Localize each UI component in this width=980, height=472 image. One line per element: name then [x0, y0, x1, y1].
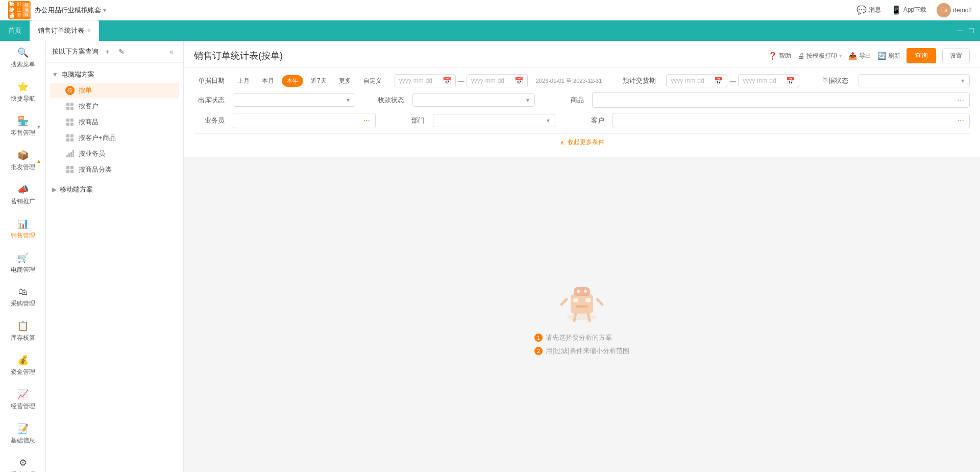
sidebar: 🔍 搜索菜单 ⭐ 快捷导航 🏪 零售管理 ▼ 📦 批发管理 ▲ 📣 营销推广 📊… — [0, 41, 46, 472]
salesperson-select[interactable]: ··· — [233, 113, 376, 128]
scheme-item-by-customer[interactable]: 按客户 — [50, 99, 179, 114]
svg-rect-15 — [72, 150, 74, 157]
tab-sales-order-stats[interactable]: 销售订单统计表 × — [30, 20, 99, 41]
expected-end-calendar-icon: 📅 — [786, 77, 795, 85]
svg-rect-14 — [70, 152, 72, 157]
user-menu[interactable]: Ea demo2 — [937, 3, 972, 17]
sidebar-item-purchase[interactable]: 🛍 采购管理 — [0, 280, 45, 314]
purchase-icon: 🛍 — [18, 287, 28, 297]
right-main: 销售订单统计表(按单) ❓ 帮助 🖨 按模板打印 ▾ 📤 导出 — [184, 41, 980, 472]
page-actions: ❓ 帮助 🖨 按模板打印 ▾ 📤 导出 🔄 刷新 — [768, 48, 970, 63]
scheme-item-by-category[interactable]: 按商品分类 — [50, 162, 179, 177]
custom-date-btn[interactable]: 自定义 — [359, 75, 386, 87]
message-button[interactable]: 💬 消息 — [856, 5, 881, 15]
customer-more-icon[interactable]: ··· — [958, 116, 964, 125]
export-button[interactable]: 📤 导出 — [848, 52, 871, 60]
wholesale-icon: 📦 — [17, 150, 29, 161]
query-button[interactable]: 查询 — [906, 48, 936, 63]
sidebar-item-quick-nav[interactable]: ⭐ 快捷导航 — [0, 75, 45, 109]
industry-dropdown[interactable]: 办公用品行业模拟账套 ▾ — [35, 6, 106, 15]
sidebar-item-system[interactable]: ⚙ 系统管理 — [0, 451, 45, 472]
salesperson-more-icon[interactable]: ··· — [363, 116, 370, 125]
system-icon: ⚙ — [19, 457, 27, 468]
sidebar-item-retail[interactable]: 🏪 零售管理 ▼ — [0, 109, 45, 144]
sidebar-item-finance[interactable]: 💰 资金管理 — [0, 348, 45, 383]
pc-scheme-group[interactable]: ▼ 电脑端方案 — [46, 67, 183, 82]
collapse-arrow-icon: ∧ — [560, 139, 565, 146]
customer-label: 客户 — [574, 116, 604, 125]
more-date-btn[interactable]: 更多 — [334, 75, 356, 87]
payment-status-label: 收款状态 — [374, 96, 404, 105]
svg-rect-11 — [70, 138, 74, 141]
expected-date-start-input[interactable]: yyyy-mm-dd 📅 — [666, 74, 727, 87]
last7days-btn[interactable]: 近7天 — [306, 75, 331, 87]
template-print-button[interactable]: 🖨 按模板打印 ▾ — [797, 52, 842, 60]
wholesale-expand-icon: ▲ — [36, 158, 41, 163]
this-year-btn[interactable]: 本年 — [282, 75, 303, 87]
scheme-customer-goods-icon — [65, 133, 75, 143]
scheme-item-by-salesperson[interactable]: 按业务员 — [50, 146, 179, 161]
date-start-input[interactable]: yyyy-mm-dd 📅 — [395, 74, 456, 87]
refresh-button[interactable]: 🔄 刷新 — [877, 52, 900, 60]
retail-icon: 🏪 — [17, 115, 29, 127]
sidebar-item-sales[interactable]: 📊 销售管理 — [0, 212, 45, 246]
last-month-btn[interactable]: 上月 — [233, 75, 254, 87]
collapse-filter-button[interactable]: ∧ 收起更多条件 — [194, 133, 970, 151]
payment-status-select[interactable]: ▾ — [412, 93, 535, 107]
scheme-item-by-customer-goods[interactable]: 按客户+商品 — [50, 130, 179, 146]
ship-status-arrow-icon: ▾ — [347, 97, 350, 104]
edit-scheme-button[interactable]: ✎ — [116, 46, 127, 57]
ship-status-select[interactable]: ▾ — [233, 93, 355, 107]
tip-num-2: 2 — [534, 347, 543, 355]
sidebar-item-marketing[interactable]: 📣 营销推广 — [0, 178, 45, 212]
sidebar-item-basic[interactable]: 📝 基础信息 — [0, 417, 45, 451]
expected-date-divider: — — [729, 77, 736, 85]
tab-maximize-icon[interactable]: □ — [969, 26, 974, 35]
svg-rect-4 — [66, 119, 69, 122]
left-panel-header: 按以下方案查询 + ✎ « — [46, 41, 183, 63]
expected-date-end-input[interactable]: yyyy-mm-dd 📅 — [738, 74, 799, 87]
svg-rect-24 — [576, 305, 588, 308]
customer-select[interactable]: ··· — [612, 113, 970, 128]
empty-illustration — [556, 274, 607, 325]
svg-rect-18 — [66, 170, 69, 173]
mobile-group-arrow: ▶ — [52, 186, 57, 193]
scheme-item-by-order[interactable]: 按 按单 — [50, 83, 179, 98]
goods-select[interactable]: ··· — [592, 92, 970, 108]
content-area: 按以下方案查询 + ✎ « ▼ 电脑端方案 按 — [46, 41, 980, 472]
scheme-order-icon: 按 — [65, 86, 75, 95]
scheme-item-by-goods[interactable]: 按商品 — [50, 114, 179, 130]
tip-num-1: 1 — [534, 334, 543, 342]
mobile-scheme-group[interactable]: ▶ 移动端方案 — [46, 182, 183, 197]
department-select[interactable]: ▾ — [433, 114, 555, 127]
sidebar-item-wholesale[interactable]: 📦 批发管理 ▲ — [0, 144, 45, 178]
date-divider: — — [458, 77, 464, 85]
sidebar-item-inventory[interactable]: 📋 库存核算 — [0, 314, 45, 348]
sidebar-item-ecommerce[interactable]: 🛒 电商管理 — [0, 246, 45, 280]
collapse-panel-button[interactable]: « — [166, 46, 177, 57]
tab-minimize-icon[interactable]: ─ — [957, 26, 963, 35]
filter-row-2: 出库状态 ▾ 收款状态 ▾ 商品 ··· — [194, 92, 970, 108]
svg-rect-12 — [66, 155, 68, 157]
svg-point-27 — [584, 290, 587, 293]
goods-more-icon[interactable]: ··· — [958, 96, 964, 105]
date-end-input[interactable]: yyyy-mm-dd 📅 — [467, 74, 528, 87]
main-layout: 🔍 搜索菜单 ⭐ 快捷导航 🏪 零售管理 ▼ 📦 批发管理 ▲ 📣 营销推广 📊… — [0, 41, 980, 472]
settings-button[interactable]: 设置 — [942, 49, 970, 63]
svg-rect-25 — [574, 287, 590, 296]
sidebar-item-operation[interactable]: 📈 经营管理 — [0, 383, 45, 417]
order-status-arrow-icon: ▾ — [961, 77, 964, 84]
tab-close-icon[interactable]: × — [87, 27, 91, 34]
help-button[interactable]: ❓ 帮助 — [768, 52, 791, 60]
salesperson-label: 业务员 — [194, 116, 225, 125]
app-download-button[interactable]: 📱 App下载 — [891, 5, 926, 15]
add-scheme-button[interactable]: + — [102, 46, 113, 57]
order-status-select[interactable]: ▾ — [859, 74, 970, 87]
sidebar-item-search[interactable]: 🔍 搜索菜单 — [0, 41, 45, 75]
svg-rect-19 — [70, 170, 74, 173]
sales-icon: 📊 — [17, 218, 29, 229]
tab-home[interactable]: 首页 — [0, 20, 30, 41]
page-header: 销售订单统计表(按单) ❓ 帮助 🖨 按模板打印 ▾ 📤 导出 — [184, 41, 980, 68]
svg-rect-3 — [70, 107, 74, 110]
this-month-btn[interactable]: 本月 — [257, 75, 279, 87]
